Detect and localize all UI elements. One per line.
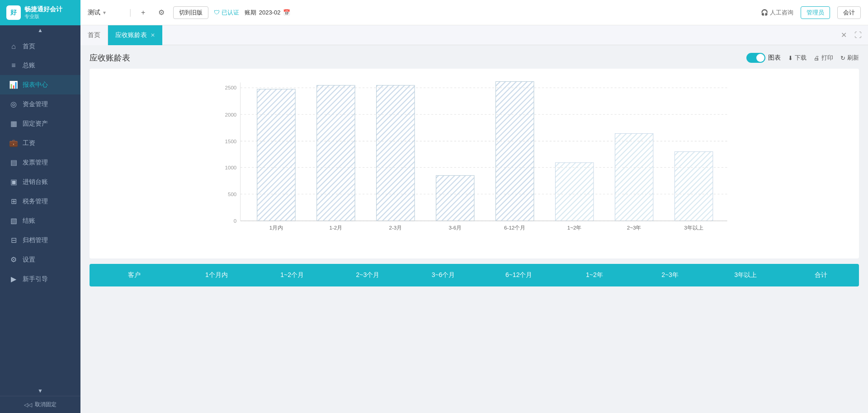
closing-icon: ▧ <box>9 216 18 225</box>
download-label: 下载 <box>795 54 807 62</box>
switch-track[interactable] <box>746 53 765 63</box>
sidebar: 好 畅捷通好会计 专业版 ▲ ⌂ 首页 ≡ 总账 📊 报表中心 ◎ 资金管理 ▦… <box>0 0 80 413</box>
tab-home-label: 首页 <box>88 31 100 39</box>
th-1-2month: 1~2个月 <box>255 264 330 286</box>
tab-close-icon[interactable]: ✕ <box>151 32 155 38</box>
svg-text:2-3月: 2-3月 <box>389 225 402 230</box>
tab-home[interactable]: 首页 <box>80 25 108 45</box>
sidebar-item-label-home: 首页 <box>23 42 35 51</box>
tab-aging[interactable]: 应收账龄表 ✕ <box>108 25 162 45</box>
svg-text:2000: 2000 <box>225 112 237 117</box>
sidebar-item-archive[interactable]: ⊟ 归档管理 <box>0 230 80 250</box>
download-icon: ⬇ <box>788 55 793 61</box>
bar-1-2月[interactable] <box>317 85 355 221</box>
topbar: 测试 ▾ | + ⚙ 切到旧版 🛡 已认证 账期 2023-02 📅 🎧 人工咨… <box>80 0 868 25</box>
bar-3年以上[interactable] <box>675 152 712 221</box>
consult-button[interactable]: 🎧 人工咨询 <box>761 9 793 17</box>
gear-icon: ⚙ <box>158 8 165 17</box>
bar-2-3年[interactable] <box>615 134 653 221</box>
svg-text:3-6月: 3-6月 <box>448 225 462 230</box>
sidebar-item-home[interactable]: ⌂ 首页 <box>0 37 80 56</box>
logo-text-block: 畅捷通好会计 专业版 <box>24 5 62 20</box>
bar-1月内[interactable] <box>257 89 295 221</box>
svg-text:1000: 1000 <box>225 164 237 170</box>
bar-3-6月[interactable] <box>436 175 474 221</box>
user-button[interactable]: 管理员 <box>801 6 830 19</box>
cancel-fixed-btn[interactable]: ◁◁ 取消固定 <box>0 396 80 413</box>
th-total: 合计 <box>783 264 859 286</box>
content-inner: 应收账龄表 图表 ⬇ 下载 🖨 打印 <box>80 45 868 294</box>
bar-2-3月[interactable] <box>377 85 415 221</box>
home-icon: ⌂ <box>9 42 18 51</box>
sidebar-item-guide[interactable]: ▶ 新手引导 <box>0 269 80 289</box>
tab-aging-label: 应收账龄表 <box>115 31 147 39</box>
table-header: 客户 1个月内 1~2个月 2~3个月 3~6个月 6~12个月 1~2年 2~… <box>90 264 859 286</box>
assets-icon: ▦ <box>9 119 18 128</box>
topbar-right: 🎧 人工咨询 管理员 会计 <box>761 6 861 19</box>
sidebar-item-label-reports: 报表中心 <box>23 81 48 89</box>
table-container: 客户 1个月内 1~2个月 2~3个月 3~6个月 6~12个月 1~2年 2~… <box>90 264 859 286</box>
print-button[interactable]: 🖨 打印 <box>814 54 833 62</box>
scroll-down-btn[interactable]: ▼ <box>0 386 80 396</box>
sidebar-item-closing[interactable]: ▧ 结账 <box>0 211 80 230</box>
switch-version-button[interactable]: 切到旧版 <box>173 6 208 19</box>
tab-expand-btn[interactable]: ⛶ <box>852 29 864 42</box>
ledger-icon: ≡ <box>9 61 18 70</box>
sidebar-item-tax[interactable]: ⊞ 税务管理 <box>0 192 80 211</box>
svg-text:3年以上: 3年以上 <box>684 225 703 230</box>
sidebar-item-settings[interactable]: ⚙ 设置 <box>0 250 80 269</box>
sidebar-item-label-funds: 资金管理 <box>23 100 48 108</box>
module-selector[interactable]: 测试 ▾ <box>88 9 124 17</box>
th-2-3year: 2~3年 <box>632 264 708 286</box>
app-edition: 专业版 <box>24 13 62 20</box>
period-label: 账期 <box>245 9 256 17</box>
th-3year-plus: 3年以上 <box>708 264 783 286</box>
sidebar-item-assets[interactable]: ▦ 固定资产 <box>0 114 80 133</box>
content-area: 应收账龄表 图表 ⬇ 下载 🖨 打印 <box>80 45 868 413</box>
tabbar: 首页 应收账龄表 ✕ ✕ ⛶ <box>80 25 868 45</box>
refresh-button[interactable]: ↻ 刷新 <box>840 54 859 62</box>
cancel-fixed-label: 取消固定 <box>35 401 57 408</box>
th-6-12month: 6~12个月 <box>481 264 557 286</box>
calendar-icon: 📅 <box>283 9 290 16</box>
refresh-icon: ↻ <box>840 55 845 61</box>
switch-version-label: 切到旧版 <box>179 9 203 16</box>
bar-chart-svg: 0 500 1000 1500 2000 2500 <box>99 78 850 249</box>
chart-toggle[interactable]: 图表 <box>746 53 781 63</box>
print-icon: 🖨 <box>814 55 820 61</box>
sidebar-item-funds[interactable]: ◎ 资金管理 <box>0 94 80 114</box>
pin-icon: ◁◁ <box>24 402 32 408</box>
sidebar-item-label-tax: 税务管理 <box>23 197 48 206</box>
app-name: 畅捷通好会计 <box>24 5 62 13</box>
main-area: 测试 ▾ | + ⚙ 切到旧版 🛡 已认证 账期 2023-02 📅 🎧 人工咨… <box>80 0 868 413</box>
add-button[interactable]: + <box>137 6 150 19</box>
period-value: 2023-02 <box>259 9 281 16</box>
sidebar-item-label-settings: 设置 <box>23 256 35 264</box>
th-2-3month: 2~3个月 <box>330 264 406 286</box>
sidebar-item-invoice[interactable]: ▤ 发票管理 <box>0 153 80 172</box>
settings-button[interactable]: ⚙ <box>155 6 168 19</box>
sidebar-item-ledger[interactable]: ≡ 总账 <box>0 56 80 75</box>
sidebar-item-sales[interactable]: ▣ 进销台账 <box>0 172 80 192</box>
role-button[interactable]: 会计 <box>837 6 861 19</box>
chart-toggle-label: 图表 <box>768 54 781 62</box>
download-button[interactable]: ⬇ 下载 <box>788 54 807 62</box>
app-logo[interactable]: 好 畅捷通好会计 专业版 <box>0 0 80 25</box>
scroll-up-btn[interactable]: ▲ <box>0 25 80 35</box>
sidebar-item-wages[interactable]: 💼 工资 <box>0 133 80 153</box>
tab-close-btn[interactable]: ✕ <box>837 29 850 42</box>
chart-container: 0 500 1000 1500 2000 2500 <box>90 69 859 258</box>
bar-1-2年[interactable] <box>555 163 593 221</box>
sidebar-item-reports[interactable]: 📊 报表中心 <box>0 75 80 94</box>
reports-icon: 📊 <box>9 80 18 89</box>
bar-6-12月[interactable] <box>496 81 534 221</box>
tax-icon: ⊞ <box>9 197 18 206</box>
archive-icon: ⊟ <box>9 236 18 244</box>
sales-icon: ▣ <box>9 178 18 186</box>
sidebar-item-label-archive: 归档管理 <box>23 236 48 244</box>
th-1month: 1个月内 <box>179 264 254 286</box>
shield-icon: 🛡 <box>214 9 220 16</box>
svg-text:1-2月: 1-2月 <box>329 225 342 230</box>
logo-icon: 好 <box>6 5 21 20</box>
period-selector[interactable]: 账期 2023-02 📅 <box>245 9 291 17</box>
